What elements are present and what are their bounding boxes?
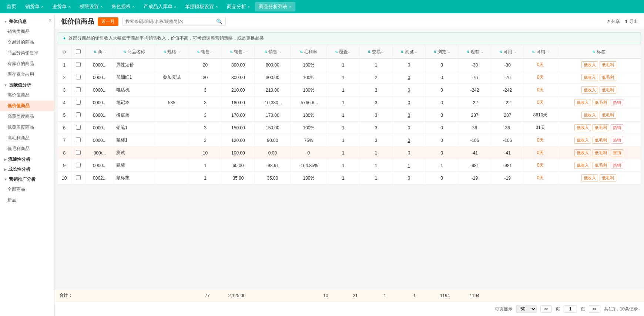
row-browse1[interactable]: 1 — [392, 159, 425, 172]
row-select-checkbox[interactable] — [76, 75, 81, 79]
close-icon[interactable]: × — [289, 4, 291, 9]
sidebar-group-liquidity[interactable]: ▶ 流通性分析 — [0, 154, 54, 164]
browse-link[interactable]: 0 — [408, 62, 410, 68]
col-saleable[interactable]: ⇅ 可销... — [524, 46, 557, 58]
export-button[interactable]: ⬆ 导出 — [624, 18, 638, 25]
row-checkbox[interactable] — [71, 159, 86, 172]
close-icon[interactable]: × — [41, 4, 43, 9]
col-spec[interactable]: ⇅ 规格... — [154, 46, 189, 58]
select-all-checkbox[interactable] — [76, 49, 81, 54]
row-checkbox[interactable] — [71, 134, 86, 147]
row-checkbox[interactable] — [71, 96, 86, 109]
browse-link[interactable]: 0 — [408, 88, 410, 93]
sidebar-collapse-btn[interactable]: « — [48, 16, 52, 24]
sidebar-item-low-margin[interactable]: 低毛利商品 — [0, 143, 54, 154]
row-browse1[interactable]: 0 — [392, 71, 425, 84]
close-icon[interactable]: × — [100, 4, 103, 9]
col-gross-rate[interactable]: ⇅ 毛利率 — [291, 46, 327, 58]
row-select-checkbox[interactable] — [76, 125, 81, 130]
row-checkbox[interactable] — [71, 71, 86, 84]
row-browse1[interactable]: 0 — [392, 122, 425, 134]
close-icon[interactable]: × — [68, 4, 70, 9]
col-sales-qty[interactable]: ⇅ 销售... — [189, 46, 222, 58]
sidebar-group-marketing[interactable]: ▼ 营销推广分析 — [0, 174, 54, 184]
row-browse1[interactable]: 0 — [392, 96, 425, 109]
row-browse1[interactable]: 0 — [392, 147, 425, 159]
search-input[interactable] — [125, 19, 215, 24]
row-checkbox[interactable] — [71, 84, 86, 96]
sidebar-item-low-coverage[interactable]: 低覆盖度商品 — [0, 122, 54, 133]
col-available[interactable]: ⇅ 可用... — [491, 46, 524, 58]
first-page-btn[interactable]: ≪ — [540, 305, 552, 313]
col-sales-amt[interactable]: ⇅ 销售... — [222, 46, 255, 58]
sidebar-item-high-margin[interactable]: 高毛利商品 — [0, 133, 54, 143]
sidebar-item-high-coverage[interactable]: 高覆盖度商品 — [0, 111, 54, 122]
row-name[interactable]: 测试 — [114, 147, 154, 159]
table-container[interactable]: ⚙ ⇅ 商... ⇅ 商品名称 ⇅ 规格... ⇅ 销售... ⇅ 销售... … — [58, 46, 641, 289]
next-page-btn[interactable]: ≫ — [589, 305, 600, 313]
row-name[interactable]: 鼠标1 — [114, 134, 154, 147]
nav-purchase-order[interactable]: 进货单 × — [48, 2, 74, 11]
row-name[interactable]: 鼠标 — [114, 159, 154, 172]
sidebar-item-high-value[interactable]: 高价值商品 — [0, 90, 54, 101]
col-checkbox[interactable] — [71, 46, 86, 58]
sidebar-item-traded-goods[interactable]: 交易过的商品 — [0, 37, 54, 48]
row-select-checkbox[interactable] — [76, 137, 81, 142]
page-input[interactable] — [564, 305, 577, 313]
row-browse1[interactable]: 0 — [392, 84, 425, 96]
row-name[interactable]: 吴细细1 — [114, 71, 154, 84]
share-button[interactable]: ↗ 分享 — [606, 18, 620, 25]
nav-product-analysis-list[interactable]: 商品分析列表 × — [255, 2, 295, 11]
row-select-checkbox[interactable] — [76, 62, 81, 67]
close-icon[interactable]: × — [174, 4, 176, 9]
close-icon[interactable]: × — [248, 4, 250, 9]
col-coverage[interactable]: ⇅ 覆盖... — [327, 46, 360, 58]
sidebar-group-contribution[interactable]: ▼ 贡献值分析 — [0, 80, 54, 90]
sidebar-group-overall[interactable]: ▼ 整体信息 — [0, 16, 48, 26]
close-icon[interactable]: × — [132, 4, 134, 9]
col-trade[interactable]: ⇅ 交易... — [360, 46, 393, 58]
browse-link[interactable]: 0 — [408, 75, 410, 80]
sidebar-group-growth[interactable]: ▶ 成长性分析 — [0, 164, 54, 174]
browse-link[interactable]: 0 — [408, 100, 410, 105]
sidebar-item-stock-capital[interactable]: 库存资金占用 — [0, 69, 54, 80]
col-current[interactable]: ⇅ 现有... — [458, 46, 491, 58]
row-checkbox[interactable] — [71, 109, 86, 122]
row-name[interactable]: 电话机 — [114, 84, 154, 96]
row-checkbox[interactable] — [71, 147, 86, 159]
nav-sales-order[interactable]: 销货单 × — [21, 2, 47, 11]
nav-product-inbound[interactable]: 产成品入库单 × — [140, 2, 180, 11]
browse-link[interactable]: 0 — [408, 125, 410, 130]
col-browse2[interactable]: ⇅ 浏览... — [425, 46, 458, 58]
row-browse1[interactable]: 0 — [392, 58, 425, 71]
sidebar-item-sales-goods[interactable]: 销售类商品 — [0, 26, 54, 37]
row-name[interactable]: 属性定价 — [114, 58, 154, 71]
filter-button[interactable]: 近一月 — [98, 17, 118, 26]
browse-link[interactable]: 0 — [408, 113, 410, 118]
browse-link[interactable]: 0 — [408, 176, 410, 181]
row-name[interactable]: 笔记本 — [114, 96, 154, 109]
row-select-checkbox[interactable] — [76, 112, 81, 117]
browse-link[interactable]: 0 — [408, 138, 410, 143]
nav-role-auth[interactable]: 角色授权 × — [108, 2, 138, 11]
col-name[interactable]: ⇅ 商品名称 — [114, 46, 154, 58]
page-size-select[interactable]: 50 100 — [516, 305, 537, 313]
nav-template-settings[interactable]: 单据模板设置 × — [181, 2, 221, 11]
row-name[interactable]: 铅笔1 — [114, 122, 154, 134]
sidebar-item-all-goods[interactable]: 全部商品 — [0, 184, 54, 195]
row-name[interactable]: 鼠标垫 — [114, 172, 154, 184]
row-browse1[interactable]: 0 — [392, 134, 425, 147]
sidebar-item-low-value[interactable]: 低价值商品 — [0, 101, 54, 111]
row-select-checkbox[interactable] — [76, 163, 81, 167]
nav-product-analysis[interactable]: 商品分析 × — [223, 2, 254, 11]
nav-home[interactable]: 首页 — [3, 2, 20, 11]
col-tag[interactable]: ⇅ 标签 — [557, 46, 641, 58]
col-settings[interactable]: ⚙ — [58, 46, 71, 58]
row-select-checkbox[interactable] — [76, 175, 81, 180]
row-checkbox[interactable] — [71, 172, 86, 184]
col-code[interactable]: ⇅ 商... — [86, 46, 114, 58]
row-select-checkbox[interactable] — [76, 87, 81, 92]
row-select-checkbox[interactable] — [76, 150, 81, 155]
row-browse1[interactable]: 0 — [392, 109, 425, 122]
browse-link[interactable]: 0 — [408, 150, 410, 156]
